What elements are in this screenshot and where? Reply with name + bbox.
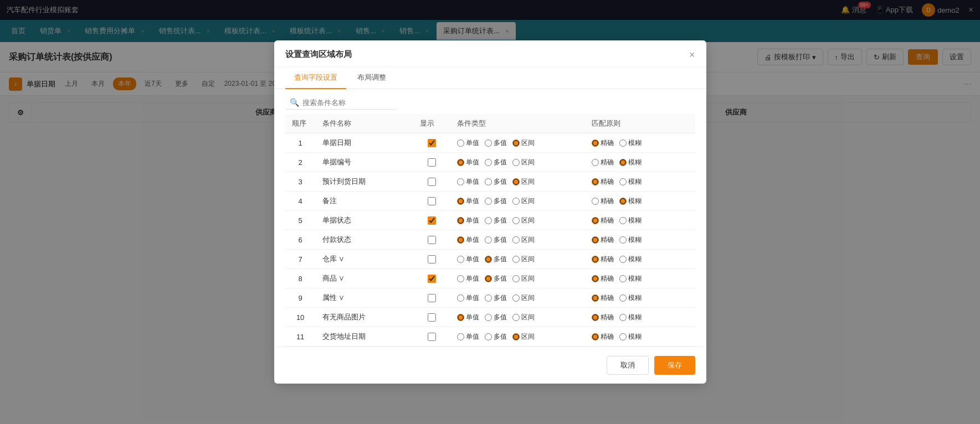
match-radio-match_fuzzy[interactable]: 模糊	[619, 216, 642, 225]
type-radio-type_multi[interactable]: 多值	[485, 177, 507, 187]
match-radio-match_exact[interactable]: 精确	[592, 274, 614, 283]
type-radio-type_range[interactable]: 区间	[512, 177, 535, 187]
match-radio-match_exact[interactable]: 精确	[592, 293, 614, 303]
cancel-button[interactable]: 取消	[607, 356, 649, 375]
type-radio-type_range[interactable]: 区间	[512, 293, 535, 303]
show-checkbox[interactable]	[428, 216, 436, 225]
type-radio-type_single[interactable]: 单值	[457, 274, 479, 283]
match-radio-match_fuzzy[interactable]: 模糊	[619, 235, 642, 245]
match-radio-match_exact[interactable]: 精确	[592, 158, 614, 167]
match-radio-match_fuzzy[interactable]: 模糊	[619, 158, 642, 167]
row-type-cell: 单值多值区间	[450, 153, 585, 172]
row-seq: 11	[285, 327, 316, 347]
match-radio-match_fuzzy[interactable]: 模糊	[619, 332, 642, 342]
match-radio-match_fuzzy[interactable]: 模糊	[619, 293, 642, 303]
row-show-cell	[413, 288, 450, 308]
match-radio-match_fuzzy[interactable]: 模糊	[619, 274, 642, 283]
row-show-cell	[413, 211, 450, 230]
table-row: 4备注单值多值区间精确模糊	[285, 192, 695, 211]
type-radio-type_single[interactable]: 单值	[457, 293, 479, 303]
type-radio-type_range[interactable]: 区间	[512, 158, 535, 167]
match-radio-match_exact[interactable]: 精确	[592, 235, 614, 245]
match-radio-match_exact[interactable]: 精确	[592, 216, 614, 225]
show-checkbox[interactable]	[428, 275, 436, 283]
match-radio-match_exact[interactable]: 精确	[592, 138, 614, 148]
type-radio-type_multi[interactable]: 多值	[485, 138, 507, 148]
match-radio-match_fuzzy[interactable]: 模糊	[619, 255, 642, 264]
show-checkbox[interactable]	[428, 313, 436, 322]
row-name: 属性 ∨	[316, 288, 414, 308]
dialog-tab-query-fields[interactable]: 查询字段设置	[285, 67, 346, 89]
show-checkbox[interactable]	[428, 139, 436, 147]
type-radio-type_multi[interactable]: 多值	[485, 197, 507, 206]
type-radio-type_multi[interactable]: 多值	[485, 235, 507, 245]
show-checkbox[interactable]	[428, 255, 436, 263]
type-radio-type_single[interactable]: 单值	[457, 158, 479, 167]
type-radio-type_multi[interactable]: 多值	[485, 216, 507, 225]
match-radio-match_fuzzy[interactable]: 模糊	[619, 313, 642, 322]
show-checkbox[interactable]	[428, 197, 436, 205]
match-radio-match_exact[interactable]: 精确	[592, 177, 614, 187]
row-seq: 9	[285, 288, 316, 308]
match-radio-match_fuzzy[interactable]: 模糊	[619, 138, 642, 148]
row-match-cell: 精确模糊	[585, 192, 695, 211]
type-radio-type_single[interactable]: 单值	[457, 255, 479, 264]
show-checkbox[interactable]	[428, 178, 436, 186]
type-radio-type_single[interactable]: 单值	[457, 216, 479, 225]
dialog-table-wrap: 顺序 条件名称 显示 条件类型 匹配原则 1单据日期单值多值区间精确模糊2单据编…	[274, 114, 706, 347]
search-input[interactable]	[302, 99, 396, 107]
match-radio-match_exact[interactable]: 精确	[592, 313, 614, 322]
type-radio-type_single[interactable]: 单值	[457, 177, 479, 187]
match-radio-match_exact[interactable]: 精确	[592, 197, 614, 206]
match-radio-match_fuzzy[interactable]: 模糊	[619, 197, 642, 206]
type-radio-type_range[interactable]: 区间	[512, 313, 535, 322]
match-radio-match_exact[interactable]: 精确	[592, 332, 614, 342]
type-radio-type_range[interactable]: 区间	[512, 138, 535, 148]
type-radio-type_multi[interactable]: 多值	[485, 293, 507, 303]
table-row: 6付款状态单值多值区间精确模糊	[285, 230, 695, 250]
type-radio-type_multi[interactable]: 多值	[485, 313, 507, 322]
dialog-title: 设置查询区域布局	[285, 49, 352, 60]
type-radio-type_range[interactable]: 区间	[512, 255, 535, 264]
type-radio-type_range[interactable]: 区间	[512, 197, 535, 206]
type-radio-type_range[interactable]: 区间	[512, 235, 535, 245]
match-radio-match_exact[interactable]: 精确	[592, 255, 614, 264]
row-show-cell	[413, 327, 450, 347]
save-button[interactable]: 保存	[654, 356, 695, 375]
row-seq: 4	[285, 192, 316, 211]
type-radio-type_multi[interactable]: 多值	[485, 158, 507, 167]
type-radio-type_single[interactable]: 单值	[457, 138, 479, 148]
show-checkbox[interactable]	[428, 294, 436, 302]
fields-table: 顺序 条件名称 显示 条件类型 匹配原则 1单据日期单值多值区间精确模糊2单据编…	[285, 114, 695, 347]
show-checkbox[interactable]	[428, 333, 436, 341]
match-radio-match_fuzzy[interactable]: 模糊	[619, 177, 642, 187]
table-row: 11交货地址日期单值多值区间精确模糊	[285, 327, 695, 347]
row-name: 单据编号	[316, 153, 414, 172]
th-type: 条件类型	[450, 114, 585, 133]
dialog-search-area: 🔍	[274, 89, 706, 114]
type-radio-type_multi[interactable]: 多值	[485, 274, 507, 283]
type-radio-type_range[interactable]: 区间	[512, 216, 535, 225]
type-radio-type_range[interactable]: 区间	[512, 332, 535, 342]
row-match-cell: 精确模糊	[585, 327, 695, 347]
row-match-cell: 精确模糊	[585, 172, 695, 192]
dialog-footer: 取消 保存	[274, 347, 706, 384]
row-type-cell: 单值多值区间	[450, 192, 585, 211]
type-radio-type_multi[interactable]: 多值	[485, 255, 507, 264]
table-row: 5单据状态单值多值区间精确模糊	[285, 211, 695, 230]
row-type-cell: 单值多值区间	[450, 250, 585, 269]
row-seq: 7	[285, 250, 316, 269]
type-radio-type_single[interactable]: 单值	[457, 197, 479, 206]
type-radio-type_multi[interactable]: 多值	[485, 332, 507, 342]
type-radio-type_single[interactable]: 单值	[457, 332, 479, 342]
row-seq: 3	[285, 172, 316, 192]
type-radio-type_single[interactable]: 单值	[457, 235, 479, 245]
show-checkbox[interactable]	[428, 158, 436, 167]
dialog-tab-layout[interactable]: 布局调整	[348, 67, 395, 89]
show-checkbox[interactable]	[428, 236, 436, 244]
type-radio-type_range[interactable]: 区间	[512, 274, 535, 283]
row-type-cell: 单值多值区间	[450, 211, 585, 230]
type-radio-type_single[interactable]: 单值	[457, 313, 479, 322]
dialog-close-button[interactable]: ×	[689, 50, 695, 60]
table-row: 10有无商品图片单值多值区间精确模糊	[285, 308, 695, 327]
